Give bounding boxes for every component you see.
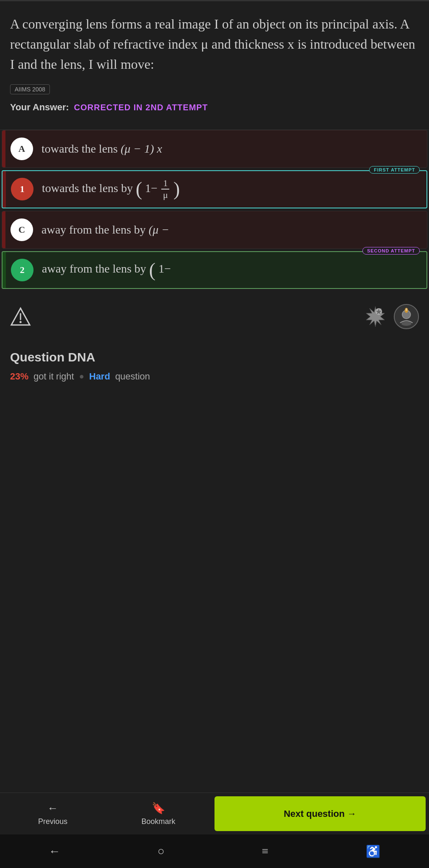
first-attempt-badge: FIRST ATTEMPT xyxy=(369,166,420,174)
option-c-bar xyxy=(2,211,5,248)
dot-separator: ● xyxy=(79,372,84,381)
option-b-text: towards the lens by ( 1− 1 μ ) xyxy=(42,178,418,201)
star-badge-button[interactable] xyxy=(364,305,387,328)
bottom-navigation: ← Previous 🔖 Bookmark Next question → xyxy=(0,793,429,834)
question-text: A converging lens forms a real image I o… xyxy=(10,14,419,74)
percent-right: 23% xyxy=(10,371,28,382)
difficulty-label: question xyxy=(115,371,150,382)
option-a[interactable]: A towards the lens (μ − 1) x xyxy=(2,130,427,168)
option-d-text: away from the lens by ( 1− xyxy=(42,260,418,280)
option-d-circle: 2 xyxy=(11,259,34,281)
option-b-bar xyxy=(3,171,6,208)
option-c-circle: C xyxy=(10,218,33,241)
bookmark-label: Bookmark xyxy=(141,817,175,826)
android-back-button[interactable]: ← xyxy=(49,845,60,858)
svg-point-2 xyxy=(20,321,22,323)
previous-label: Previous xyxy=(38,817,67,826)
option-b[interactable]: FIRST ATTEMPT 1 towards the lens by ( 1−… xyxy=(2,170,427,208)
android-home-button[interactable]: ○ xyxy=(158,845,165,858)
option-d-bar xyxy=(3,252,6,288)
main-container: A converging lens forms a real image I o… xyxy=(0,0,429,868)
warning-button[interactable] xyxy=(10,306,31,327)
bookmark-icon: 🔖 xyxy=(152,802,165,815)
lamp-button[interactable] xyxy=(394,304,419,329)
dna-stats-row: 23% got it right ● Hard question xyxy=(10,371,419,382)
option-c[interactable]: C away from the lens by (μ − xyxy=(2,211,427,249)
android-accessibility-button[interactable]: ♿ xyxy=(366,845,380,858)
action-icons-row xyxy=(0,296,429,338)
question-dna-title: Question DNA xyxy=(10,350,419,364)
bookmark-button[interactable]: 🔖 Bookmark xyxy=(106,793,211,834)
previous-button[interactable]: ← Previous xyxy=(0,793,106,834)
next-question-button[interactable]: Next question → xyxy=(214,796,426,831)
right-icons xyxy=(364,304,419,329)
option-a-bar xyxy=(2,130,5,167)
question-section: A converging lens forms a real image I o… xyxy=(0,1,429,130)
question-dna-section: Question DNA 23% got it right ● Hard que… xyxy=(0,338,429,390)
your-answer-row: Your Answer: CORRECTED IN 2ND ATTEMPT xyxy=(10,102,419,113)
android-nav-bar: ← ○ ≡ ♿ xyxy=(0,834,429,868)
svg-point-6 xyxy=(401,322,411,326)
option-a-circle: A xyxy=(10,138,33,160)
svg-point-8 xyxy=(406,308,407,311)
second-attempt-badge: SECOND ATTEMPT xyxy=(362,247,420,255)
previous-icon: ← xyxy=(47,802,58,815)
option-a-text: towards the lens (μ − 1) x xyxy=(41,142,419,156)
options-list: A towards the lens (μ − 1) x FIRST ATTEM… xyxy=(2,130,427,291)
option-b-circle: 1 xyxy=(11,178,34,200)
android-menu-button[interactable]: ≡ xyxy=(262,845,269,858)
got-it-right: got it right xyxy=(34,371,74,382)
your-answer-label: Your Answer: xyxy=(10,102,69,113)
next-question-label: Next question → xyxy=(284,808,357,819)
answer-status: CORRECTED IN 2ND ATTEMPT xyxy=(74,103,208,112)
source-tag: AIIMS 2008 xyxy=(10,84,419,102)
fraction-1-mu: 1 μ xyxy=(161,178,170,201)
option-d[interactable]: SECOND ATTEMPT 2 away from the lens by (… xyxy=(2,251,427,289)
option-c-text: away from the lens by (μ − xyxy=(41,223,419,236)
difficulty-hard: Hard xyxy=(89,371,110,382)
